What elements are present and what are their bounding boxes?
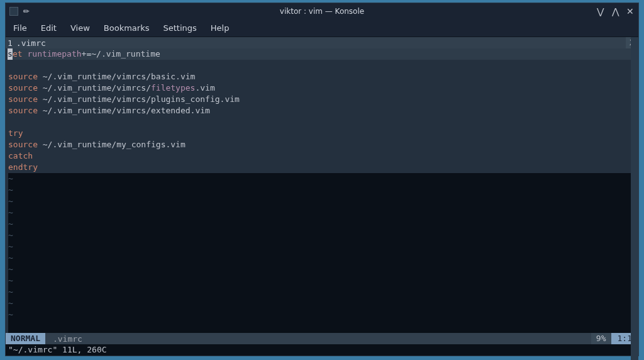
menu-bookmarks[interactable]: Bookmarks — [104, 23, 150, 33]
scrollbar-thumb[interactable] — [631, 37, 638, 360]
menu-edit[interactable]: Edit — [41, 23, 57, 33]
tilde-line: ~ — [8, 196, 636, 207]
app-icon — [9, 7, 18, 16]
vim-cmdline: "~/.vimrc" 11L, 260C — [6, 344, 638, 356]
tilde-line: ~ — [8, 230, 636, 241]
menu-help[interactable]: Help — [211, 23, 230, 33]
code-line[interactable]: source ~/.vim_runtime/vimrcs/filetypes.v… — [8, 82, 636, 94]
menu-file[interactable]: File — [13, 23, 27, 33]
vim-tabline: 1 .vimrc X — [6, 37, 638, 48]
tilde-line: ~ — [8, 184, 636, 196]
tilde-line: ~ — [8, 286, 636, 298]
code-line[interactable]: catch — [8, 150, 636, 162]
titlebar-controls: ⋁ ⋀ ✕ — [584, 7, 635, 16]
code-line[interactable]: set runtimepath+=~/.vim_runtime — [8, 48, 636, 60]
tilde-line: ~ — [8, 309, 636, 320]
scrollbar[interactable] — [631, 37, 638, 356]
menu-view[interactable]: View — [70, 23, 90, 33]
tab-index[interactable]: 1 — [6, 38, 16, 48]
code-line[interactable]: try — [8, 128, 636, 139]
tilde-line: ~ — [8, 218, 636, 230]
code-line[interactable]: source ~/.vim_runtime/my_configs.vim — [8, 139, 636, 150]
menu-settings[interactable]: Settings — [163, 23, 196, 33]
tilde-line: ~ — [8, 264, 636, 275]
mode-badge: NORMAL — [6, 333, 45, 344]
tilde-line: ~ — [8, 241, 636, 252]
code-line[interactable]: source ~/.vim_runtime/vimrcs/plugins_con… — [8, 94, 636, 105]
code-line[interactable] — [8, 116, 636, 128]
vim-statusline: NORMAL .vimrc 9% 1:1 — [6, 333, 638, 344]
code-line[interactable]: endtry — [8, 162, 636, 173]
status-filename: .vimrc — [45, 334, 90, 344]
konsole-window: ✎ viktor : vim — Konsole ⋁ ⋀ ✕ File Edit… — [5, 3, 639, 356]
code-line[interactable]: source ~/.vim_runtime/vimrcs/extended.vi… — [8, 105, 636, 116]
code-area[interactable]: set runtimepath+=~/.vim_runtime source ~… — [6, 48, 638, 333]
menubar: File Edit View Bookmarks Settings Help — [6, 20, 638, 37]
code-line[interactable] — [8, 60, 636, 71]
status-percent: 9% — [591, 333, 611, 344]
empty-buffer-area: ~~~~~~~~~~~~~ — [8, 173, 636, 333]
titlebar-left: ✎ — [9, 7, 60, 16]
tilde-line: ~ — [8, 275, 636, 286]
pin-icon[interactable]: ✎ — [21, 6, 32, 16]
close-icon[interactable]: ✕ — [626, 7, 635, 16]
terminal-editor[interactable]: 1 .vimrc X set runtimepath+=~/.vim_runti… — [6, 37, 638, 356]
tilde-line: ~ — [8, 298, 636, 309]
code-line[interactable]: source ~/.vim_runtime/vimrcs/basic.vim — [8, 71, 636, 82]
tab-filename[interactable]: .vimrc — [16, 38, 46, 48]
tilde-line: ~ — [8, 252, 636, 264]
maximize-icon[interactable]: ⋀ — [611, 7, 619, 16]
minimize-icon[interactable]: ⋁ — [596, 7, 604, 16]
titlebar[interactable]: ✎ viktor : vim — Konsole ⋁ ⋀ ✕ — [6, 3, 638, 20]
window-title: viktor : vim — Konsole — [60, 7, 584, 16]
tilde-line: ~ — [8, 173, 636, 184]
tilde-line: ~ — [8, 207, 636, 218]
